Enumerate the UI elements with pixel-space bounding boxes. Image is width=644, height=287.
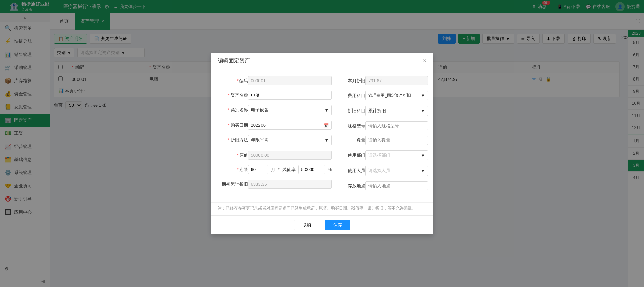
initial-dep-input[interactable] — [248, 180, 332, 189]
form-row-code: *编码 — [221, 76, 332, 85]
form-row-expense-subject: 费用科目 管理费用_固定资产折旧 ▼ — [338, 91, 428, 100]
form-row-spec: 规格型号 — [338, 121, 428, 130]
form-row-original-value: *原值 — [221, 151, 332, 160]
form-row-department: 使用部门 请选择部门 ▼ — [338, 150, 428, 160]
period-unit: 月 — [271, 167, 275, 173]
name-input[interactable] — [248, 91, 332, 100]
modal-left-section: *编码 *资产名称 *类别名称 电子设备 ▼ — [218, 76, 335, 196]
user-field-label: 使用人员 — [338, 168, 365, 174]
user-select[interactable]: 请选择人员 ▼ — [365, 166, 428, 176]
period-label: *期限 — [221, 167, 248, 173]
expense-subject-arrow: ▼ — [421, 93, 425, 98]
department-placeholder: 请选择部门 — [368, 152, 390, 158]
save-button[interactable]: 保存 — [325, 220, 350, 230]
user-arrow: ▼ — [421, 168, 425, 173]
residual-rate-text: 残值率 — [282, 167, 296, 173]
period-input[interactable] — [248, 165, 268, 174]
quantity-input[interactable] — [365, 136, 428, 145]
modal-header: 编辑固定资产 × — [211, 53, 433, 69]
purchase-date-label: *购买日期 — [221, 122, 248, 128]
spec-label: 规格型号 — [338, 123, 365, 129]
monthly-dep-input — [365, 76, 428, 85]
form-row-category: *类别名称 电子设备 ▼ — [221, 105, 332, 115]
dep-subject-select[interactable]: 累计折旧 ▼ — [365, 106, 428, 116]
location-input[interactable] — [365, 181, 428, 190]
modal-note-text: 注：已经存在变更记录或者对应固定资产已经生成凭证，原值、购买日期、残值率、累计折… — [218, 206, 416, 211]
form-row-user: 使用人员 请选择人员 ▼ — [338, 166, 428, 176]
form-row-period: *期限 月 * 残值率 % — [221, 165, 332, 174]
quantity-label: 数量 — [338, 137, 365, 144]
dep-subject-arrow: ▼ — [421, 108, 425, 114]
form-row-dep-subject: 折旧科目 累计折旧 ▼ — [338, 106, 428, 116]
form-row-location: 存放地点 — [338, 181, 428, 190]
name-label: *资产名称 — [221, 92, 248, 98]
form-row-quantity: 数量 — [338, 136, 428, 145]
residual-rate-unit: % — [328, 167, 332, 172]
category-form-label: *类别名称 — [221, 107, 248, 113]
code-label: *编码 — [221, 78, 248, 84]
form-row-depreciation-method: *折旧方法 年限平均 ▼ — [221, 135, 332, 145]
dep-method-arrow: ▼ — [324, 138, 329, 143]
dep-method-label: *折旧方法 — [221, 137, 248, 143]
modal-note: 注：已经存在变更记录或者对应固定资产已经生成凭证，原值、购买日期、残值率、累计折… — [211, 202, 433, 215]
form-row-name: *资产名称 — [221, 91, 332, 100]
period-inline: 月 * 残值率 % — [248, 165, 332, 174]
dep-subject-label: 折旧科目 — [338, 108, 365, 114]
spec-input[interactable] — [365, 121, 428, 130]
initial-dep-label: 期初累计折旧 — [221, 181, 248, 187]
code-input[interactable] — [248, 76, 332, 85]
dep-subject-value: 累计折旧 — [368, 108, 386, 114]
modal-overlay: 编辑固定资产 × *编码 *资产名称 — [0, 0, 644, 287]
expense-subject-select[interactable]: 管理费用_固定资产折旧 ▼ — [365, 91, 428, 100]
category-select[interactable]: 电子设备 ▼ — [248, 105, 332, 115]
monthly-dep-label: 本月折旧 — [338, 78, 365, 84]
department-select[interactable]: 请选择部门 ▼ — [365, 150, 428, 160]
modal-body: *编码 *资产名称 *类别名称 电子设备 ▼ — [211, 69, 433, 202]
modal-title: 编辑固定资产 — [218, 57, 250, 64]
dep-method-select[interactable]: 年限平均 ▼ — [248, 135, 332, 145]
expense-subject-label: 费用科目 — [338, 93, 365, 99]
modal-right-section: 本月折旧 费用科目 管理费用_固定资产折旧 ▼ 折旧科目 — [335, 76, 431, 196]
expense-subject-value: 管理费用_固定资产折旧 — [368, 93, 411, 98]
original-value-input[interactable] — [248, 151, 332, 160]
purchase-date-input[interactable]: 202206 📅 — [248, 121, 332, 130]
form-row-monthly-dep: 本月折旧 — [338, 76, 428, 85]
dep-method-value: 年限平均 — [251, 137, 269, 143]
category-select-arrow: ▼ — [324, 108, 329, 113]
edit-asset-modal: 编辑固定资产 × *编码 *资产名称 — [211, 53, 433, 234]
residual-rate-input[interactable] — [298, 165, 325, 174]
purchase-date-value: 202206 — [251, 123, 266, 128]
form-row-purchase-date: *购买日期 202206 📅 — [221, 121, 332, 130]
department-arrow: ▼ — [421, 153, 425, 158]
residual-rate-label: * — [278, 167, 280, 172]
department-label: 使用部门 — [338, 152, 365, 158]
form-row-initial-depreciation: 期初累计折旧 — [221, 180, 332, 189]
modal-close-btn[interactable]: × — [423, 57, 427, 64]
modal-footer: 取消 保存 — [211, 215, 433, 234]
category-select-value: 电子设备 — [251, 107, 269, 113]
cancel-button[interactable]: 取消 — [294, 220, 319, 230]
location-label: 存放地点 — [338, 183, 365, 189]
calendar-icon: 📅 — [323, 123, 329, 128]
original-value-label: *原值 — [221, 152, 248, 158]
user-placeholder: 请选择人员 — [368, 168, 390, 174]
